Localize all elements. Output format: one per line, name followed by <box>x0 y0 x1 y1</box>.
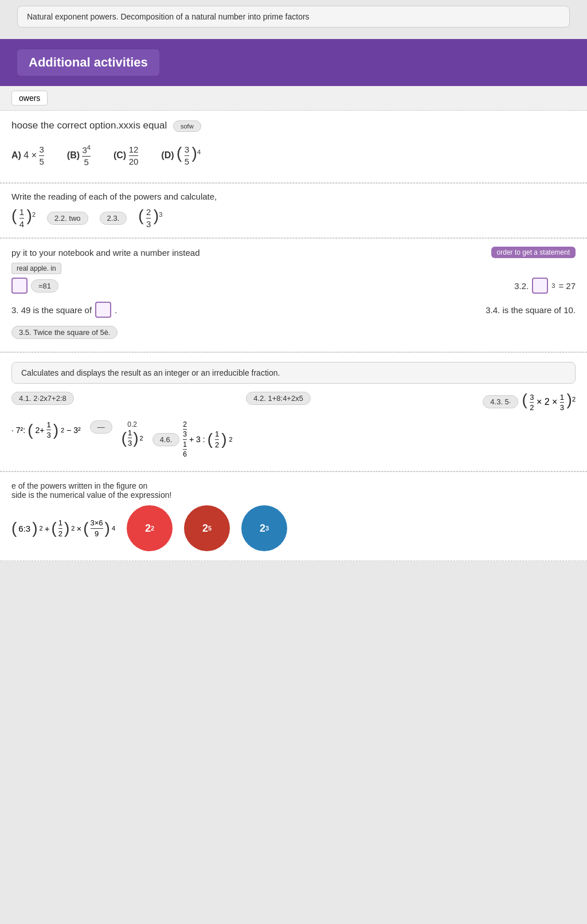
q3-item2-label: 3.2. <box>514 281 529 291</box>
q5-intro: e of the powers written in the figure on… <box>11 481 576 500</box>
left-paren-d: ( <box>177 144 182 162</box>
q2-items-row: ( 1 4 )2 2.2. two 2.3. ( 2 3 )3 <box>11 207 576 229</box>
option-a[interactable]: A) 4 × 3 5 <box>11 145 44 167</box>
section-header: Additional activities <box>0 39 587 86</box>
question-2-block: Write the reading of each of the powers … <box>0 184 587 238</box>
q3-item3-text: 3. 49 is the square of <box>11 305 92 315</box>
input-box-1[interactable] <box>11 278 28 294</box>
fraction-b: 34 5 <box>82 144 90 167</box>
q4-item-7sq: · 7²: ( 2+ 1 3 )2 − 3² <box>11 420 81 440</box>
input-box-3[interactable] <box>95 302 111 318</box>
q4-badge-43[interactable]: 4.3. 5· <box>483 395 518 408</box>
q3-item5-text: 3.5. Twice the square of 5è. <box>11 326 118 339</box>
option-b[interactable]: (B) 34 5 <box>67 144 91 167</box>
option-c[interactable]: (C) 12 20 <box>114 145 138 167</box>
q5-expression: (6:3)2 + ( 1 2 )2 × ( 3×6 9 )4 <box>11 518 115 538</box>
q3-item-5: 3.5. Twice the square of 5è. <box>11 326 118 339</box>
q3-item-2: 3.2. 3 = 27 <box>514 278 576 294</box>
q3-row-2: 3. 49 is the square of . 3.4. is the squ… <box>11 302 576 318</box>
q3-intro-text: py it to your notebook and write a numbe… <box>11 248 200 258</box>
q4-row-2: · 7²: ( 2+ 1 3 )2 − 3² — 0.2 ( 1 3 )2 4.… <box>11 420 576 459</box>
option-d[interactable]: (D) ( 3 5 )4 <box>161 145 201 167</box>
question-4-block: Calculates and displays the result as an… <box>0 353 587 471</box>
q2-badge-23: 2.3. <box>100 212 127 225</box>
q2-item-2: ( 2 3 )3 <box>138 207 162 229</box>
q4-dash: — <box>90 420 112 434</box>
order-badge: order to get a statement <box>491 247 576 258</box>
fraction-c: 12 20 <box>129 145 139 167</box>
q4-item-42[interactable]: 4.2. 1+8:4+2x5 <box>246 392 311 405</box>
q5-figure-row: (6:3)2 + ( 1 2 )2 × ( 3×6 9 )4 22 25 23 <box>11 505 576 551</box>
q2-title: Write the reading of each of the powers … <box>11 192 576 201</box>
tab-row: owers <box>0 86 587 110</box>
q4-item-02: 0.2 ( 1 3 )2 <box>122 420 143 448</box>
q3-row-1: =81 3.2. 3 = 27 <box>11 278 576 294</box>
top-bar-text: Natural exponent powers. Decomposition o… <box>27 12 310 21</box>
fraction-d: 3 5 <box>185 145 189 167</box>
q3-item-1: =81 <box>11 278 58 294</box>
options-row: A) 4 × 3 5 (B) 34 5 (C) 12 20 (D) ( <box>11 138 576 173</box>
q4-item-41[interactable]: 4.1. 2·2x7+2:8 <box>11 392 74 405</box>
q3-row-3: 3.5. Twice the square of 5è. <box>11 326 576 339</box>
input-box-2[interactable] <box>532 278 548 294</box>
q3-item2-equals: = 27 <box>558 281 576 291</box>
q3-item4-text: 3.4. is the square of 10. <box>486 305 576 315</box>
equals-81-badge: =81 <box>31 279 58 293</box>
top-bar: Natural exponent powers. Decomposition o… <box>17 6 570 28</box>
q5-intro-line2: side is the numerical value of the expre… <box>11 490 576 500</box>
q4-item-46: 4.6. 2 3 1 6 + <box>152 420 233 459</box>
tab-powers[interactable]: owers <box>11 91 48 106</box>
q1-badge: sofw <box>173 120 201 132</box>
q4-badge-46[interactable]: 4.6. <box>152 433 180 446</box>
question-5-block: e of the powers written in the figure on… <box>0 472 587 561</box>
q5-intro-line1: e of the powers written in the figure on <box>11 481 576 490</box>
flower-1: 22 <box>127 505 173 551</box>
q2-item-1: ( 1 4 )2 <box>11 207 36 229</box>
question-1-block: hoose the correct option.xxxis equal sof… <box>0 111 587 183</box>
flower-3: 23 <box>241 505 287 551</box>
q2-badge-22[interactable]: 2.2. two <box>47 212 88 225</box>
q4-intro: Calculates and displays the result as an… <box>11 362 576 384</box>
flower-2: 25 <box>184 505 230 551</box>
q4-row-1: 4.1. 2·2x7+2:8 4.2. 1+8:4+2x5 4.3. 5· ( … <box>11 392 576 412</box>
right-paren-d: ) <box>192 144 197 162</box>
q4-item-43: 4.3. 5· ( 3 2 × 2 × 1 3 )2 <box>483 392 576 412</box>
q3-intro-row: py it to your notebook and write a numbe… <box>11 247 576 258</box>
q3-item-3: 3. 49 is the square of . <box>11 302 117 318</box>
real-apple-tag: real apple. in <box>11 263 61 274</box>
question-3-block: py it to your notebook and write a numbe… <box>0 239 587 352</box>
fraction-a: 3 5 <box>39 145 44 167</box>
section-title: Additional activities <box>17 49 159 76</box>
q3-item-4: 3.4. is the square of 10. <box>486 305 576 315</box>
question-1-intro: hoose the correct option.xxxis equal sof… <box>11 120 576 131</box>
